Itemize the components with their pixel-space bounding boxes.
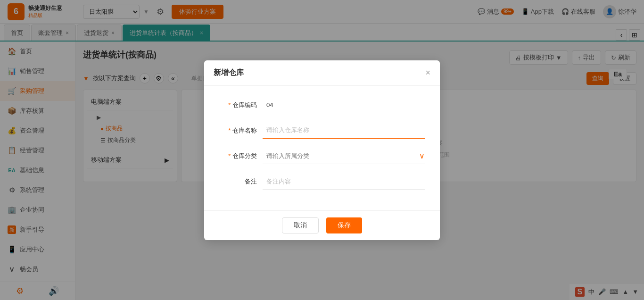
category-select-row: ∨ (263, 148, 425, 164)
name-input[interactable] (263, 123, 425, 139)
modal-title: 新增仓库 (214, 68, 244, 78)
form-row-code: * 仓库编码 (219, 97, 425, 113)
required-star-cat: * (228, 152, 231, 159)
required-star-name: * (228, 127, 231, 134)
form-row-name: * 仓库名称 (219, 123, 425, 139)
form-row-remark: 备注 (219, 174, 425, 190)
modal-body: * 仓库编码 * 仓库名称 * 仓库分类 (204, 86, 440, 210)
cancel-button[interactable]: 取消 (282, 217, 319, 233)
name-label: * 仓库名称 (219, 126, 257, 135)
category-dropdown-icon: ∨ (419, 151, 425, 160)
required-star-code: * (228, 101, 231, 108)
category-label: * 仓库分类 (219, 152, 257, 160)
save-button[interactable]: 保存 (326, 217, 362, 233)
modal-footer: 取消 保存 (204, 210, 440, 240)
warehouse-modal: 新增仓库 × * 仓库编码 * 仓库名称 (204, 60, 440, 240)
code-input[interactable] (263, 97, 425, 113)
modal-header: 新增仓库 × (204, 60, 440, 86)
remark-input[interactable] (263, 174, 425, 190)
category-input[interactable] (263, 148, 425, 164)
remark-label: 备注 (219, 177, 257, 186)
modal-overlay: 新增仓库 × * 仓库编码 * 仓库名称 (0, 0, 644, 300)
form-row-category: * 仓库分类 ∨ (219, 148, 425, 164)
code-label: * 仓库编码 (219, 101, 257, 109)
modal-close-btn[interactable]: × (425, 68, 430, 78)
